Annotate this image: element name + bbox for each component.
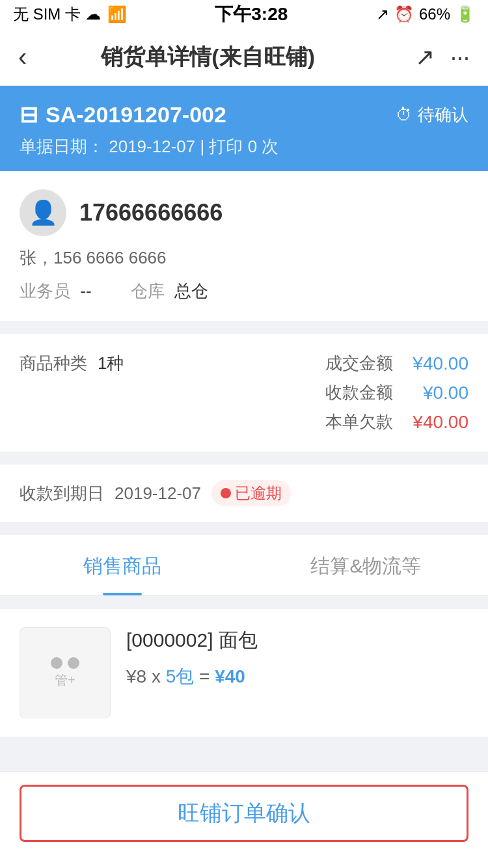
received-value: ¥0.00	[423, 383, 468, 403]
due-section: 收款到期日 2019-12-07 已逾期	[0, 465, 488, 522]
nav-bar: ‹ 销货单详情(来自旺铺) ↗ ···	[0, 29, 488, 86]
product-qty: 5包	[166, 666, 195, 686]
product-type-info: 商品种类 1种	[20, 352, 124, 375]
warehouse-item: 仓库 总仓	[131, 280, 208, 303]
owed-label: 本单欠款	[325, 411, 393, 433]
owl-eye-left	[51, 657, 62, 669]
overdue-text: 已逾期	[235, 483, 282, 504]
price-label: ¥8 x	[126, 666, 166, 686]
more-button[interactable]: ···	[450, 44, 470, 71]
avatar: 👤	[20, 189, 66, 236]
tabs-section: 销售商品 结算&物流等	[0, 535, 488, 596]
received-row: 收款金额 ¥0.00	[325, 381, 468, 404]
due-date-label: 收款到期日	[20, 482, 104, 505]
location-icon: ↗	[376, 5, 389, 23]
customer-section: 👤 17666666666 张，156 6666 6666 业务员 -- 仓库 …	[0, 171, 488, 321]
customer-phone: 17666666666	[79, 199, 223, 226]
equal-sign: =	[199, 666, 215, 686]
amount-info: 成交金额 ¥40.00 收款金额 ¥0.00 本单欠款 ¥40.00	[325, 352, 468, 433]
tab-sales-label: 销售商品	[83, 555, 161, 576]
tabs-header: 销售商品 结算&物流等	[0, 535, 488, 596]
overdue-badge: 已逾期	[211, 480, 291, 506]
warehouse-value: 总仓	[174, 281, 208, 301]
amount-row: 成交金额 ¥40.00	[325, 352, 468, 375]
warehouse-label: 仓库	[131, 281, 165, 301]
amount-value: ¥40.00	[413, 353, 468, 374]
product-price: ¥8 x 5包 = ¥40	[126, 664, 468, 689]
product-total: ¥40	[215, 666, 245, 686]
owl-plus-icon: 管+	[55, 671, 75, 689]
status-text: 待确认	[418, 103, 468, 126]
product-name-text: 面包	[219, 629, 258, 651]
alarm-icon: ⏰	[394, 5, 414, 23]
tab-sales-product[interactable]: 销售商品	[0, 535, 244, 595]
order-date: 单据日期： 2019-12-07 | 打印 0 次	[20, 135, 468, 158]
order-id-text: SA-20191207-002	[46, 102, 226, 128]
status-bar-right: ↗ ⏰ 66% 🔋	[376, 5, 475, 23]
product-name: [0000002] 面包	[126, 627, 468, 654]
salesman-label: 业务员	[20, 281, 70, 301]
order-header: ⊟ SA-20191207-002 ⏱ 待确认 单据日期： 2019-12-07…	[0, 86, 488, 171]
wifi-icon: 📶	[107, 5, 127, 23]
product-info: [0000002] 面包 ¥8 x 5包 = ¥40	[126, 627, 468, 689]
salesman-value: --	[80, 281, 91, 301]
no-sim-label: 无 SIM 卡 ☁	[13, 4, 101, 25]
status-bar: 无 SIM 卡 ☁ 📶 下午3:28 ↗ ⏰ 66% 🔋	[0, 0, 488, 29]
received-label: 收款金额	[325, 381, 393, 404]
product-thumbnail: 管+	[20, 627, 111, 718]
amount-label: 成交金额	[325, 352, 393, 375]
avatar-icon: 👤	[29, 199, 58, 226]
salesman-item: 业务员 --	[20, 280, 92, 303]
summary-section: 商品种类 1种 成交金额 ¥40.00 收款金额 ¥0.00 本单欠款 ¥40.…	[0, 334, 488, 452]
product-type-value: 1种	[98, 352, 124, 375]
confirm-btn-label: 旺铺订单确认	[178, 798, 310, 828]
owl-logo: 管+	[51, 657, 79, 689]
product-code: [0000002]	[126, 629, 213, 651]
share-button[interactable]: ↗	[415, 44, 435, 71]
overdue-dot-icon	[221, 488, 231, 498]
battery-label: 66%	[419, 5, 450, 23]
customer-details-row: 业务员 -- 仓库 总仓	[20, 280, 468, 303]
order-icon: ⊟	[20, 102, 38, 128]
due-date-value: 2019-12-07	[115, 483, 201, 504]
order-id: ⊟ SA-20191207-002	[20, 102, 226, 128]
status-bar-time: 下午3:28	[215, 2, 288, 27]
owl-eye-right	[68, 657, 79, 669]
page-title: 销货单详情(来自旺铺)	[1, 42, 415, 72]
product-type-label: 商品种类	[20, 352, 87, 375]
status-bar-left: 无 SIM 卡 ☁ 📶	[13, 4, 127, 25]
status-clock-icon: ⏱	[396, 105, 413, 125]
owed-row: 本单欠款 ¥40.00	[325, 411, 468, 433]
battery-icon: 🔋	[455, 5, 475, 23]
customer-sub: 张，156 6666 6666	[20, 247, 468, 269]
owed-value: ¥40.00	[413, 412, 468, 433]
tab-settlement-label: 结算&物流等	[310, 555, 421, 576]
nav-actions: ↗ ···	[415, 44, 470, 71]
confirm-bar: 旺铺订单确认	[0, 771, 488, 868]
tab-settlement[interactable]: 结算&物流等	[244, 535, 488, 595]
confirm-order-button[interactable]: 旺铺订单确认	[20, 785, 468, 842]
product-item: 管+ [0000002] 面包 ¥8 x 5包 = ¥40	[0, 609, 488, 737]
order-status: ⏱ 待确认	[396, 103, 468, 126]
